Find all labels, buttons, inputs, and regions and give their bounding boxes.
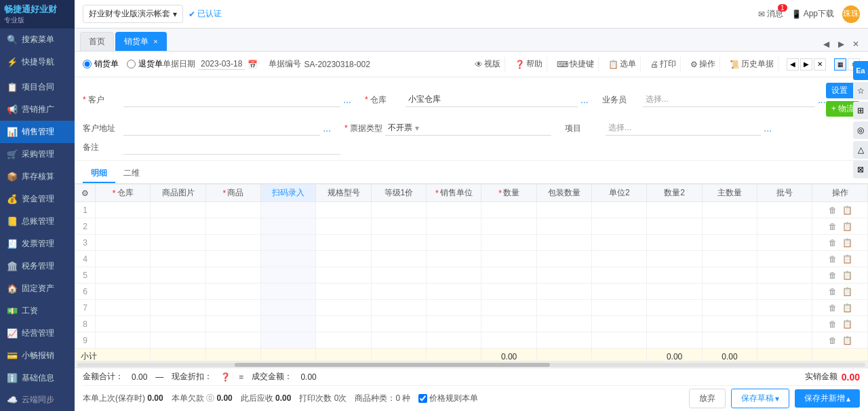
message-btn[interactable]: ✉ 消息 1 [758, 8, 783, 20]
row-product[interactable] [205, 202, 260, 218]
warehouse-input[interactable]: 小宝仓库 [406, 92, 578, 107]
row-qty[interactable] [481, 283, 536, 300]
row-unit[interactable] [427, 251, 481, 267]
row-unit[interactable] [427, 300, 481, 316]
row-qty[interactable] [481, 218, 536, 235]
row-warehouse[interactable] [96, 283, 151, 300]
row-grade[interactable] [371, 267, 426, 283]
row-qty2[interactable] [647, 316, 702, 332]
row-qty[interactable] [481, 316, 536, 332]
delete-row-icon[interactable]: 🗑 [827, 319, 838, 330]
row-spec[interactable] [316, 218, 371, 235]
sidebar-item-sales[interactable]: 📊 销售管理 [0, 121, 75, 143]
project-input[interactable]: 选择... [606, 121, 761, 136]
delete-row-icon[interactable]: 🗑 [827, 205, 838, 216]
right-btn-5[interactable]: △ [853, 141, 868, 159]
row-grade[interactable] [371, 332, 426, 349]
toolbar-history-btn[interactable]: 📜 历史单据 [726, 57, 778, 71]
calendar-icon[interactable]: 📅 [248, 60, 258, 69]
row-qty2[interactable] [647, 218, 702, 235]
row-warehouse[interactable] [96, 300, 151, 316]
row-product[interactable] [205, 251, 260, 267]
row-main[interactable] [702, 300, 757, 316]
row-unit2[interactable] [592, 332, 647, 349]
row-warehouse[interactable] [96, 202, 151, 218]
row-unit[interactable] [427, 218, 481, 235]
row-qty[interactable] [481, 251, 536, 267]
copy-row-icon[interactable]: 📋 [842, 221, 852, 232]
copy-row-icon[interactable]: 📋 [842, 237, 852, 248]
row-pack[interactable] [536, 218, 591, 235]
row-qty[interactable] [481, 235, 536, 251]
row-product[interactable] [205, 267, 260, 283]
delete-row-icon[interactable]: 🗑 [827, 254, 838, 265]
tab-close-all-btn[interactable]: ✕ [849, 37, 863, 51]
row-batch[interactable] [757, 283, 812, 300]
row-img[interactable] [151, 218, 205, 235]
sidebar-item-marketing[interactable]: 📢 营销推广 [0, 98, 75, 121]
sidebar-item-tax[interactable]: 🏛️ 税务管理 [0, 255, 75, 277]
row-main[interactable] [702, 316, 757, 332]
right-btn-3[interactable]: ⊞ [853, 102, 868, 119]
sidebar-bottom-sync[interactable]: ☁️ 云端同步 [0, 389, 75, 410]
row-batch[interactable] [757, 267, 812, 283]
delete-row-icon[interactable]: 🗑 [827, 335, 838, 346]
scroll-thumb[interactable] [235, 363, 550, 367]
tab-next-btn[interactable]: ▶ [834, 37, 848, 51]
row-qty[interactable] [481, 332, 536, 349]
row-main[interactable] [702, 202, 757, 218]
toolbar-select-btn[interactable]: 📋 选单 [604, 57, 641, 71]
customer-input[interactable] [123, 92, 340, 107]
row-qty[interactable] [481, 267, 536, 283]
row-unit2[interactable] [592, 251, 647, 267]
row-grade[interactable] [371, 218, 426, 235]
row-unit2[interactable] [592, 316, 647, 332]
sidebar-item-inventory[interactable]: 📦 库存核算 [0, 165, 75, 188]
staff-select-btn[interactable]: ... [818, 94, 826, 105]
grid-view-btn[interactable]: ▦ [834, 58, 846, 71]
toolbar-print-btn[interactable]: 🖨 打印 [646, 57, 681, 71]
row-barcode[interactable] [261, 202, 316, 218]
delete-row-icon[interactable]: 🗑 [827, 270, 838, 281]
row-main[interactable] [702, 332, 757, 349]
row-qty2[interactable] [647, 332, 702, 349]
row-barcode[interactable] [261, 218, 316, 235]
row-barcode[interactable] [261, 332, 316, 349]
row-unit[interactable] [427, 332, 481, 349]
row-warehouse[interactable] [96, 332, 151, 349]
right-btn-4[interactable]: ◎ [853, 121, 868, 139]
th-settings[interactable]: ⚙ [75, 184, 96, 202]
row-barcode[interactable] [261, 283, 316, 300]
row-pack[interactable] [536, 235, 591, 251]
row-spec[interactable] [316, 251, 371, 267]
toolbar-view-btn[interactable]: 👁 视版 [471, 57, 505, 71]
row-pack[interactable] [536, 332, 591, 349]
row-img[interactable] [151, 202, 205, 218]
row-spec[interactable] [316, 332, 371, 349]
row-product[interactable] [205, 332, 260, 349]
tab-2d[interactable]: 二维 [115, 165, 148, 183]
row-pack[interactable] [536, 251, 591, 267]
row-unit[interactable] [427, 316, 481, 332]
row-product[interactable] [205, 300, 260, 316]
row-product[interactable] [205, 218, 260, 235]
save-draft-button[interactable]: 保存草稿 ▾ [731, 389, 789, 408]
sidebar-item-salary[interactable]: 💵 工资 [0, 300, 75, 322]
toolbar-ops-btn[interactable]: ⚙ 操作 [686, 57, 720, 71]
row-warehouse[interactable] [96, 267, 151, 283]
toolbar-help-btn[interactable]: ❓ 帮助 [511, 57, 547, 71]
sidebar-item-assets[interactable]: 🏠 固定资产 [0, 277, 75, 300]
delete-row-icon[interactable]: 🗑 [827, 237, 838, 248]
row-warehouse[interactable] [96, 251, 151, 267]
row-pack[interactable] [536, 316, 591, 332]
sidebar-item-expense[interactable]: 💳 小畅报销 [0, 345, 75, 367]
row-main[interactable] [702, 235, 757, 251]
row-qty2[interactable] [647, 300, 702, 316]
row-warehouse[interactable] [96, 316, 151, 332]
th-barcode[interactable]: 扫码录入 [261, 184, 316, 202]
tab-prev-btn[interactable]: ◀ [819, 37, 833, 51]
sidebar-item-purchase[interactable]: 🛒 采购管理 [0, 143, 75, 165]
row-qty[interactable] [481, 300, 536, 316]
row-batch[interactable] [757, 332, 812, 349]
price-rule-checkbox[interactable] [418, 394, 427, 403]
